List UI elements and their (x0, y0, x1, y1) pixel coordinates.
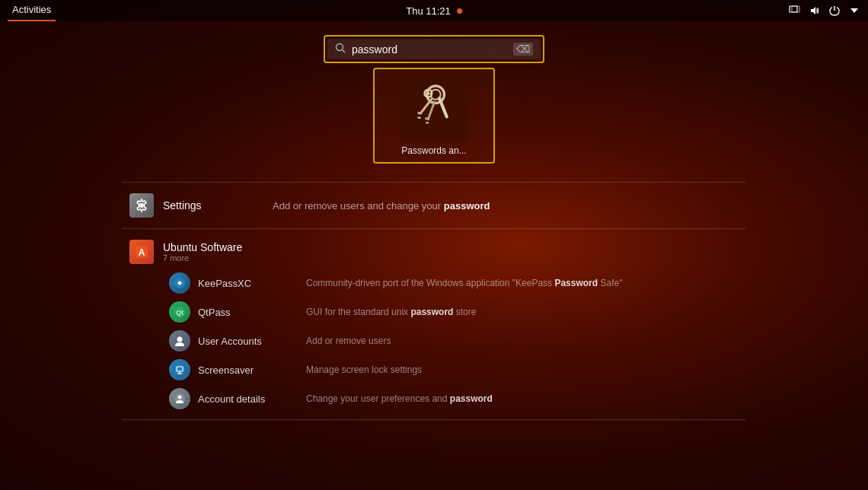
keys-image (410, 82, 459, 132)
featured-label: Passwords an... (401, 145, 466, 156)
search-bar[interactable]: ⌫ (327, 39, 541, 59)
chevron-down-icon[interactable] (848, 5, 860, 17)
svg-rect-12 (425, 117, 429, 119)
settings-desc: Add or remove users and change your pass… (273, 200, 490, 212)
svg-point-29 (178, 396, 182, 399)
settings-icon (129, 193, 154, 218)
separator-2 (122, 228, 746, 229)
keepassxc-name: KeePassXC (198, 278, 297, 289)
notification-dot (457, 8, 462, 14)
qtpass-name: QtPass (198, 307, 297, 318)
qtpass-icon: Qt (169, 301, 190, 323)
search-icon (335, 43, 346, 56)
svg-text:Qt: Qt (176, 309, 183, 317)
screensaver-name: Screensaver (198, 364, 297, 376)
clear-button[interactable]: ⌫ (513, 43, 533, 56)
user-accounts-icon (169, 330, 190, 352)
qtpass-row[interactable]: Qt QtPass GUI for the standard unix pass… (163, 298, 746, 326)
svg-line-5 (343, 50, 346, 53)
svg-marker-3 (850, 8, 858, 13)
results-section: Settings Add or remove users and change … (122, 176, 746, 426)
svg-point-17 (139, 203, 144, 208)
account-details-icon (169, 388, 190, 409)
search-input[interactable] (352, 43, 507, 56)
keepassxc-row[interactable]: KeePassXC Community-driven port of the W… (163, 269, 746, 298)
svg-rect-13 (426, 122, 429, 123)
settings-name: Settings (163, 199, 262, 212)
account-details-row[interactable]: Account details Change your user prefere… (163, 384, 746, 413)
ubuntu-software-row[interactable]: A Ubuntu Software 7 more (122, 235, 746, 269)
keepassxc-desc: Community-driven port of the Windows app… (306, 278, 622, 288)
sound-icon[interactable] (809, 5, 821, 17)
ubuntu-software-name: Ubuntu Software (163, 241, 262, 253)
featured-icon (400, 72, 468, 141)
svg-line-11 (428, 102, 434, 119)
svg-text:A: A (139, 247, 145, 258)
display-icon[interactable] (789, 5, 801, 17)
screensaver-desc: Manage screen lock settings (306, 364, 422, 375)
topbar-left: Activities (8, 0, 56, 21)
svg-point-23 (177, 337, 183, 342)
activities-label[interactable]: Activities (8, 0, 56, 21)
svg-point-4 (337, 44, 343, 51)
ubuntu-software-more: 7 more (163, 253, 273, 262)
user-accounts-desc: Add or remove users (306, 336, 391, 346)
account-details-name: Account details (198, 393, 297, 405)
sub-results: KeePassXC Community-driven port of the W… (122, 269, 746, 413)
topbar: Activities Thu 11:21 (0, 0, 868, 21)
clock-label: Thu 11:21 (406, 5, 451, 17)
topbar-right (789, 5, 860, 17)
user-accounts-name: User Accounts (198, 336, 297, 347)
user-accounts-row[interactable]: User Accounts Add or remove users (163, 326, 746, 355)
ubuntu-software-icon: A (129, 240, 154, 264)
screensaver-icon (169, 359, 190, 380)
settings-result-row[interactable]: Settings Add or remove users and change … (122, 189, 746, 222)
svg-rect-9 (417, 112, 422, 114)
svg-rect-0 (790, 6, 797, 12)
svg-marker-2 (811, 7, 815, 14)
account-details-desc: Change your user preferences and passwor… (306, 393, 493, 404)
qtpass-desc: GUI for the standard unix password store (306, 307, 476, 317)
ubuntu-software-info: Ubuntu Software 7 more (163, 241, 273, 262)
featured-result[interactable]: Passwords an... (373, 68, 495, 164)
power-icon[interactable] (828, 5, 841, 17)
separator-3 (122, 419, 746, 420)
search-wrapper: ⌫ (324, 35, 544, 63)
screensaver-row[interactable]: Screensaver Manage screen lock settings (163, 355, 746, 384)
separator-1 (122, 182, 746, 183)
svg-point-16 (426, 91, 429, 94)
main-content: ⌫ Passwords an. (0, 21, 868, 426)
svg-rect-1 (792, 6, 799, 12)
keepassxc-icon (169, 272, 190, 294)
topbar-center: Thu 11:21 (406, 5, 462, 17)
svg-rect-10 (417, 116, 420, 118)
svg-line-8 (420, 99, 431, 113)
